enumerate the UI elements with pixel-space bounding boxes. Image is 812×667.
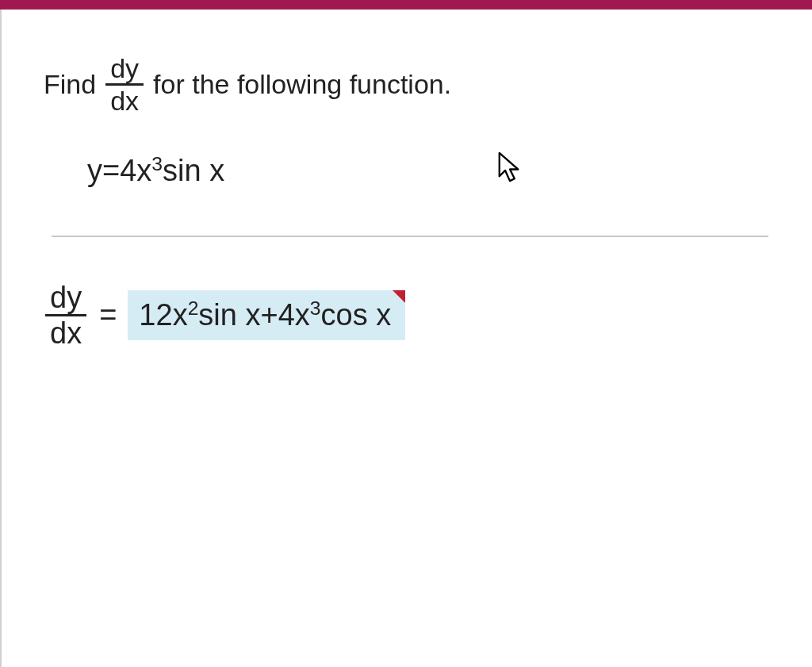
equation-trig: sin x xyxy=(163,154,224,188)
answer-term2-trig: cos x xyxy=(321,298,392,332)
prompt-fraction-dydx: dy dx xyxy=(105,53,144,116)
equation-var: x xyxy=(136,154,151,188)
prompt-line: Find dy dx for the following function. xyxy=(44,53,776,116)
left-border xyxy=(0,10,2,667)
answer-equals: = xyxy=(99,298,117,332)
prompt-find-text: Find xyxy=(44,69,96,100)
prompt-rest-text: for the following function. xyxy=(153,69,451,100)
answer-term2-var: x xyxy=(295,298,310,332)
answer-line: dy dx = 12 x 2 sin x + 4 x 3 cos x xyxy=(45,281,776,350)
answer-fraction-denominator: dx xyxy=(45,316,86,350)
answer-term1-var: x xyxy=(173,298,188,332)
equation-exponent: 3 xyxy=(151,153,163,175)
equation-equals: = xyxy=(102,154,120,188)
answer-term2-coef: 4 xyxy=(278,298,295,332)
answer-plus: + xyxy=(261,298,278,332)
cursor-icon xyxy=(496,151,524,189)
answer-term1-coef: 12 xyxy=(139,298,172,332)
answer-input-box[interactable]: 12 x 2 sin x + 4 x 3 cos x xyxy=(128,290,405,340)
section-divider xyxy=(52,236,768,237)
answer-term2-exp: 3 xyxy=(310,297,321,320)
answer-term1-trig: sin x xyxy=(198,298,260,332)
top-accent-bar xyxy=(0,0,812,10)
equation-coef: 4 xyxy=(120,154,136,188)
content-area: Find dy dx for the following function. y… xyxy=(0,10,812,385)
answer-fraction-numerator: dy xyxy=(45,281,86,314)
fraction-numerator: dy xyxy=(105,53,144,83)
given-equation: y = 4 x 3 sin x xyxy=(87,154,776,188)
fraction-denominator: dx xyxy=(105,86,144,116)
answer-box-corner-icon xyxy=(393,290,405,303)
answer-term1-exp: 2 xyxy=(188,297,199,320)
equation-lhs-var: y xyxy=(87,154,102,188)
answer-fraction-dydx: dy dx xyxy=(45,281,86,350)
